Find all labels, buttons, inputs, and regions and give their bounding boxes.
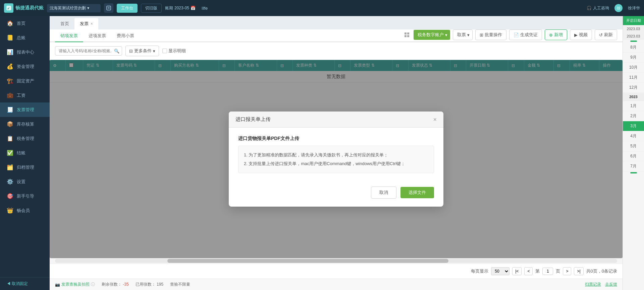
open-date-btn[interactable]: 开启日期 <box>623 16 644 25</box>
show-detail-toggle[interactable]: 显示明细 <box>162 48 186 54</box>
page-size-select[interactable]: 50 20 100 <box>491 267 509 275</box>
cancel-invoice-label: 取票 <box>457 32 466 38</box>
filter-label: 更多条件 <box>134 48 152 54</box>
period-item-12[interactable]: 12月 <box>623 83 644 93</box>
tax-account-btn[interactable]: 税务数字账户 ▾ <box>414 30 450 40</box>
scrollbar-thumb[interactable] <box>167 259 448 263</box>
workspace-btn[interactable]: 工作台 <box>117 4 138 13</box>
sidebar-label-settings: 设置 <box>17 179 25 185</box>
refresh-btn[interactable]: ↺ 刷新 <box>595 29 617 40</box>
detected-text: IIfe <box>199 4 210 12</box>
sidebar-item-home[interactable]: 🏠 首页 <box>0 16 50 30</box>
sidebar-item-archive[interactable]: 🗂️ 归档管理 <box>0 160 50 174</box>
invoice-check-label: 发票查验及拍照 <box>61 282 90 287</box>
sidebar-item-tax[interactable]: 📋 税务管理 <box>0 131 50 146</box>
show-detail-checkbox[interactable] <box>162 49 167 53</box>
sidebar-item-ledger[interactable]: 📒 总账 <box>0 30 50 45</box>
show-detail-label: 显示明细 <box>168 48 186 54</box>
modal-title: 进口报关单上传 <box>235 116 271 123</box>
period-item-11[interactable]: 11月 <box>623 73 644 83</box>
vip-icon: 👑 <box>7 207 13 214</box>
next-page-btn[interactable]: > <box>563 267 571 275</box>
sidebar-item-asset[interactable]: 🏗️ 固定资产 <box>0 74 50 88</box>
tab-invoice-close[interactable]: × <box>91 21 93 26</box>
sidebar-label-tax: 税务管理 <box>17 136 34 142</box>
unpin-sidebar-btn[interactable]: ◀ 取消固定 <box>0 277 50 290</box>
calendar-icon[interactable]: 📅 <box>191 6 196 10</box>
company-icon-btn[interactable] <box>104 3 113 13</box>
invoice-check-link[interactable]: 📷 发票查验及拍照 ⓘ <box>55 282 95 287</box>
cancel-invoice-btn[interactable]: 取票 ▾ <box>453 29 473 40</box>
sidebar-item-wage[interactable]: 💼 工资 <box>0 88 50 102</box>
modal-overlay[interactable]: 进口报关单上传 × 进口货物报关单PDF文件上传 1. 为了更加精准的数据匹配，… <box>50 60 623 258</box>
period-item-6[interactable]: 6月 <box>623 151 644 161</box>
sidebar-item-invoice[interactable]: 🧾 发票管理 <box>0 102 50 117</box>
sidebar-label-fund: 资金管理 <box>17 64 34 70</box>
sidebar-item-vip[interactable]: 👑 畅会员 <box>0 203 50 218</box>
sidebar-item-fund[interactable]: 💰 资金管理 <box>0 59 50 74</box>
sidebar-item-stock[interactable]: 📦 库存核算 <box>0 117 50 131</box>
search-input-wrap: 🔍 <box>55 46 122 56</box>
page-footer: 📷 发票查验及拍照 ⓘ 剩余张数： -35 已用张数： 195 查验不限量 扫 <box>50 279 623 290</box>
search-input[interactable] <box>55 46 122 56</box>
feedback-link[interactable]: 去反馈 <box>605 282 617 287</box>
sidebar-label-invoice: 发票管理 <box>17 107 34 113</box>
prev-page-btn[interactable]: < <box>524 267 533 275</box>
sub-tab-sales[interactable]: 销项发票 <box>55 30 83 42</box>
page-number-input[interactable] <box>542 268 553 275</box>
import-modal: 进口报关单上传 × 进口货物报关单PDF文件上传 1. 为了更加精准的数据匹配，… <box>229 112 443 207</box>
filter-arrow: ▾ <box>153 49 155 54</box>
chevron-down-icon: ▾ <box>87 6 89 10</box>
tab-home[interactable]: 首页 <box>55 18 74 29</box>
sidebar-item-settings[interactable]: ⚙️ 设置 <box>0 174 50 189</box>
sidebar-item-report[interactable]: 📊 报表中心 <box>0 45 50 59</box>
sidebar-item-settle[interactable]: ✅ 结账 <box>0 146 50 160</box>
wage-icon: 💼 <box>7 92 13 98</box>
svg-rect-2 <box>107 6 111 10</box>
period-item-7[interactable]: 7月 <box>623 161 644 171</box>
switch-version-btn[interactable]: 切旧版 <box>141 4 162 13</box>
period-item-3[interactable]: 3月 <box>623 121 644 131</box>
period-item-2[interactable]: 2月 <box>623 111 644 121</box>
period-panel: 开启日期 2023.03 2023.03 8月 9月 10月 11月 12月 2… <box>623 16 644 290</box>
modal-cancel-btn[interactable]: 取消 <box>371 187 396 199</box>
modal-info-item-1: 1. 为了更加精准的数据匹配，请先录入海关缴款书，再上传对应的报关单； <box>244 151 428 159</box>
total-info: 共0页，0条记录 <box>586 268 617 274</box>
video-btn[interactable]: ▶ 视频 <box>570 29 592 40</box>
tab-invoice[interactable]: 发票 × <box>74 18 98 29</box>
grid-view-btn[interactable] <box>403 31 411 39</box>
support-btn[interactable]: 🎧 人工咨询 <box>587 5 609 11</box>
sub-tab-purchase-label: 进项发票 <box>89 33 106 38</box>
period-item-4[interactable]: 4月 <box>623 131 644 141</box>
modal-confirm-btn[interactable]: 选择文件 <box>400 187 434 198</box>
gen-voucher-icon: 📄 <box>514 32 519 38</box>
first-page-btn[interactable]: |< <box>512 267 522 275</box>
bind-record-link[interactable]: 扫票记录 <box>585 282 601 287</box>
archive-icon: 🗂️ <box>7 164 13 170</box>
batch-op-btn[interactable]: ⊞ 批量操作 <box>475 29 506 40</box>
period-item-10[interactable]: 10月 <box>623 63 644 73</box>
tax-account-arrow: ▾ <box>445 32 447 38</box>
period-item-1[interactable]: 1月 <box>623 101 644 111</box>
tab-bar: 首页 发票 × <box>50 16 623 29</box>
period-label: 账期 <box>165 5 173 11</box>
pagination: 每页显示 50 20 100 |< < 第 页 > >| 共0页，0条记录 <box>50 264 623 279</box>
sidebar-item-guide[interactable]: 🎯 新手引导 <box>0 189 50 203</box>
filter-btn[interactable]: ⊟ 更多条件 ▾ <box>125 46 159 56</box>
period-info: 账期 2023-05 📅 <box>165 5 196 11</box>
period-item-5[interactable]: 5月 <box>623 141 644 151</box>
sub-tab-expense[interactable]: 费用小票 <box>111 30 140 42</box>
company-selector[interactable]: 沈海英测试经营勿删 ▾ <box>47 4 101 12</box>
svg-rect-5 <box>405 32 407 34</box>
period-item-8[interactable]: 8月 <box>623 43 644 53</box>
modal-footer: 取消 选择文件 <box>229 181 443 207</box>
period-item-9[interactable]: 9月 <box>623 53 644 63</box>
horizontal-scrollbar[interactable] <box>50 258 623 264</box>
gen-voucher-btn[interactable]: 📄 生成凭证 <box>509 29 542 40</box>
modal-close-btn[interactable]: × <box>433 117 437 123</box>
add-invoice-btn[interactable]: ⊕ 新增 <box>545 29 567 40</box>
search-area: 🔍 ⊟ 更多条件 ▾ 显示明细 <box>50 42 623 60</box>
last-page-btn[interactable]: >| <box>574 267 583 275</box>
logo-icon: ✓ <box>4 3 13 13</box>
sub-tab-purchase[interactable]: 进项发票 <box>83 30 111 42</box>
